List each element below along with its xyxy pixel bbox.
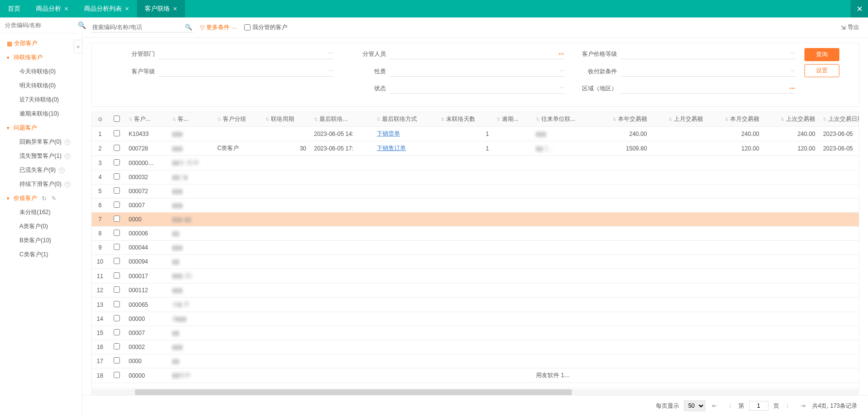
close-icon[interactable]: ✕ (125, 6, 129, 12)
table-row[interactable]: 3000000…▮▮生 乾坤☁▤ (92, 156, 859, 170)
table-row[interactable]: 12000112▮▮▮☁▤ (92, 283, 859, 298)
scrollbar-thumb[interactable] (135, 389, 572, 395)
row-checkbox[interactable] (114, 357, 120, 364)
tree-section[interactable]: ▾问题客户 (0, 121, 82, 135)
close-icon[interactable]: ✕ (64, 6, 68, 12)
col-header[interactable]: ⇅逾期... (493, 112, 532, 127)
tree-child[interactable]: 今天待联络(0) (0, 65, 82, 79)
help-icon[interactable]: ? (65, 139, 70, 145)
table-row[interactable]: 9000044▮▮▮☁▤ (92, 241, 859, 255)
col-header[interactable]: ⇅上次交易额 (763, 112, 819, 127)
help-icon[interactable]: ? (65, 153, 70, 159)
table-row[interactable]: 5000072▮▮▮☁▤ (92, 184, 859, 199)
tree-child[interactable]: 近7天待联络(0) (0, 93, 82, 107)
search-icon[interactable]: 🔍 (185, 24, 192, 31)
help-icon[interactable]: ? (59, 167, 65, 173)
table-row[interactable]: 1800000▮▮软件用友软件 1…☁▤ (92, 368, 859, 383)
tree-section[interactable]: ▾待联络客户 (0, 50, 82, 65)
search-button[interactable]: 查询 (804, 48, 839, 61)
page-last[interactable]: ⇥ (799, 402, 807, 409)
table-row[interactable]: 1500007▮▮☁▤ (92, 326, 859, 340)
col-header[interactable]: ⇅未联络天数 (437, 112, 493, 127)
row-checkbox[interactable] (114, 244, 120, 250)
col-header[interactable]: ⇅本年交易额 (595, 112, 651, 127)
export-button[interactable]: ⇲ 导出 (841, 23, 859, 32)
col-header[interactable]: ⇅最后联络... (310, 112, 373, 127)
horizontal-scrollbar[interactable] (91, 389, 859, 395)
row-checkbox[interactable] (114, 272, 120, 279)
tabs-close-button[interactable]: ✕ (851, 0, 868, 17)
col-header[interactable]: ⇅联络周期 (262, 112, 310, 127)
filter-price-level[interactable]: ﹀ (621, 49, 796, 59)
page-prev[interactable]: 〈 (724, 402, 734, 410)
table-row[interactable]: 11000017▮▮▮ 店)☁▤ (92, 269, 859, 283)
page-first[interactable]: ⇤ (710, 402, 719, 409)
row-checkbox[interactable] (114, 187, 120, 194)
table-row[interactable]: 70000▮▮▮ ▮▮☁▤ (92, 213, 859, 227)
table-row[interactable]: 8000006▮▮☁▤ (92, 227, 859, 241)
settings-button[interactable]: 设置 (804, 64, 839, 77)
col-header[interactable]: ⇅客户分组 (214, 112, 262, 127)
col-header[interactable]: ⇅往来单位联... (532, 112, 595, 127)
tree-child[interactable]: 逾期未联络(10) (0, 107, 82, 121)
filter-level[interactable]: ﹀ (159, 66, 334, 77)
last-contact-way[interactable]: 下销货单 (373, 127, 437, 141)
col-header[interactable]: ⇅客户... (125, 112, 168, 127)
filter-nature[interactable]: ﹀ (390, 66, 565, 77)
table-row[interactable]: 4000032▮▮2 ▮☁▤ (92, 170, 859, 184)
col-header[interactable] (108, 112, 125, 127)
col-header[interactable]: ⇅客... (168, 112, 213, 127)
table-row[interactable]: 10000094▮▮☁▤ (92, 255, 859, 269)
last-contact-way[interactable]: 下销售订单 (373, 141, 437, 156)
row-checkbox[interactable] (114, 301, 120, 307)
gear-icon[interactable]: ⚙ (98, 116, 103, 123)
help-icon[interactable]: ? (65, 182, 70, 187)
tree-child[interactable]: 已流失客户(9)? (0, 163, 82, 177)
filter-person[interactable]: ⋯ (390, 49, 565, 59)
filter-dept[interactable]: ﹀ (159, 49, 334, 59)
edit-icon[interactable]: ✎ (51, 195, 56, 202)
my-customers-checkbox[interactable]: 我分管的客户 (244, 23, 287, 32)
row-checkbox[interactable] (114, 159, 120, 166)
col-header[interactable]: ⇅最后联络方式 (373, 112, 437, 127)
col-header[interactable]: ⇅本月交易额 (707, 112, 763, 127)
tree-child[interactable]: 未分组(162) (0, 205, 82, 219)
sidebar-search-input[interactable] (5, 22, 78, 29)
tab-0[interactable]: 首页 (0, 0, 28, 17)
tab-1[interactable]: 商品分析✕ (28, 0, 76, 17)
close-icon[interactable]: ✕ (173, 6, 177, 12)
row-checkbox[interactable] (114, 329, 120, 335)
row-checkbox[interactable] (114, 216, 120, 222)
tree-section[interactable]: ▾价值客户↻✎ (0, 191, 82, 205)
table-row[interactable]: 13000065乡▮ 萍☁▤ (92, 298, 859, 312)
row-checkbox[interactable] (114, 372, 120, 378)
tree-child[interactable]: A类客户(0) (0, 219, 82, 233)
search-icon[interactable]: 🔍 (78, 21, 86, 29)
row-checkbox[interactable] (114, 286, 120, 293)
tree-child[interactable]: 明天待联络(0) (0, 79, 82, 93)
row-checkbox[interactable] (114, 173, 120, 180)
tree-child[interactable]: 回购异常客户(0)? (0, 135, 82, 149)
page-next[interactable]: 〉 (784, 402, 794, 410)
row-checkbox[interactable] (114, 315, 120, 321)
main-search-input[interactable] (92, 24, 182, 31)
filter-status[interactable]: ﹀ (390, 83, 565, 94)
sidebar-collapse-button[interactable]: « (74, 40, 83, 53)
filter-region[interactable]: ⋯ (621, 83, 796, 94)
tree-child[interactable]: B类客户(10) (0, 233, 82, 248)
tree-all-customers[interactable]: ▦ 全部客户 (0, 36, 82, 50)
table-row[interactable]: 170000▮▮☁▤ (92, 354, 859, 368)
row-checkbox[interactable] (114, 230, 120, 236)
page-number-input[interactable] (749, 401, 768, 411)
table-row[interactable]: 1K10433▮▮▮2023-06-05 14:下销货单1▮▮▮240.0024… (92, 127, 859, 141)
col-header[interactable]: ⇅上次交易日期 (819, 112, 859, 127)
table-row[interactable]: 1600002▮▮▮☁▤ (92, 340, 859, 354)
tab-2[interactable]: 商品分析列表✕ (76, 0, 137, 17)
table-row[interactable]: 1400000B▮▮▮☁▤ (92, 312, 859, 326)
col-header[interactable]: ⇅上月交易额 (651, 112, 707, 127)
refresh-icon[interactable]: ↻ (42, 195, 47, 202)
row-checkbox[interactable] (114, 258, 120, 264)
select-all-checkbox[interactable] (114, 116, 120, 122)
table-row[interactable]: 600007▮▮▮☁▤ (92, 199, 859, 213)
tree-child[interactable]: C类客户(1) (0, 248, 82, 262)
